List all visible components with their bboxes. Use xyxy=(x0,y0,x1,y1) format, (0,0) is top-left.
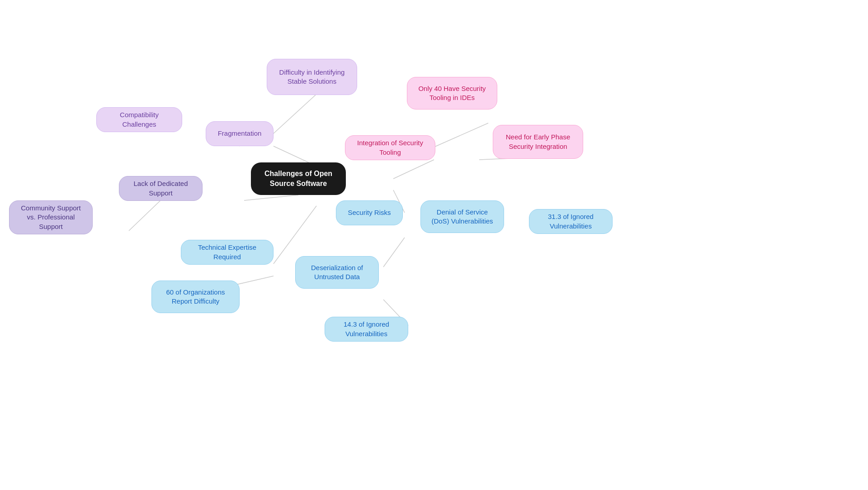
fragmentation-node: Fragmentation xyxy=(206,121,274,146)
security-risks-node: Security Risks xyxy=(336,200,403,225)
svg-line-1 xyxy=(274,94,316,133)
ignored31-node: 31.3 of Ignored Vulnerabilities xyxy=(529,209,613,234)
dos-vuln-node: Denial of Service (DoS) Vulnerabilities xyxy=(420,200,504,233)
svg-line-5 xyxy=(274,206,316,264)
center-node: Challenges of Open Source Software xyxy=(251,162,346,195)
difficulty-stable-node: Difficulty in Identifying Stable Solutio… xyxy=(267,59,357,95)
svg-line-8 xyxy=(434,123,488,147)
deserialization-node: Deserialization of Untrusted Data xyxy=(295,256,379,289)
community-support-node: Community Support vs. Professional Suppo… xyxy=(9,200,93,234)
svg-line-3 xyxy=(244,195,298,200)
only40-node: Only 40 Have Security Tooling in IDEs xyxy=(407,77,497,109)
svg-line-4 xyxy=(129,200,160,231)
svg-line-13 xyxy=(383,238,405,267)
lack-support-node: Lack of Dedicated Support xyxy=(119,176,203,201)
org-difficulty-node: 60 of Organizations Report Difficulty xyxy=(151,281,240,313)
integration-security-node: Integration of Security Tooling xyxy=(345,135,435,160)
tech-expertise-node: Technical Expertise Required xyxy=(181,240,274,265)
svg-line-7 xyxy=(393,160,434,179)
early-phase-node: Need for Early Phase Security Integratio… xyxy=(493,125,583,159)
ignored14-node: 14.3 of Ignored Vulnerabilities xyxy=(325,317,408,342)
compatibility-node: Compatibility Challenges xyxy=(96,107,182,132)
